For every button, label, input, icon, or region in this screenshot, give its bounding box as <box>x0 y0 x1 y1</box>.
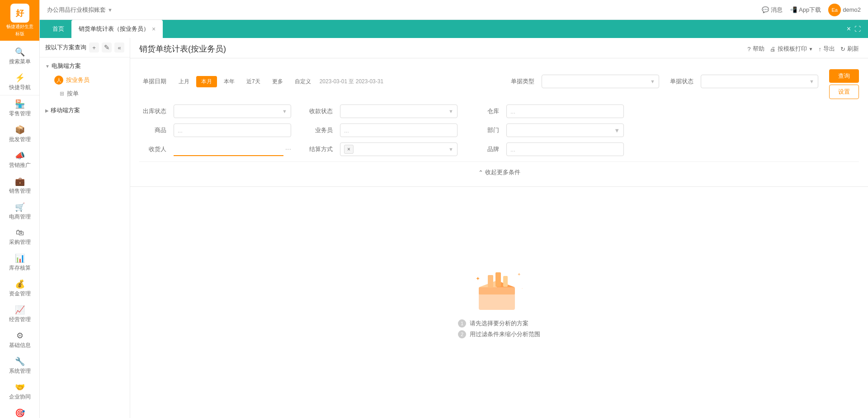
salesperson-select[interactable]: ... <box>340 124 458 137</box>
hint-number-2: 2 <box>458 330 466 338</box>
pc-scheme-group: ▼ 电脑端方案 人 按业务员 ⊞ 按单 <box>40 57 130 102</box>
refresh-button[interactable]: ↻ 刷新 <box>840 45 859 53</box>
empty-state: ✦ ✦ · 1 请先选择要分析的方案 2 用过滤条件来缩小分析范围 <box>458 267 540 338</box>
empty-hint-2: 2 用过滤条件来缩小分析范围 <box>458 330 540 338</box>
collapse-row: ⌃ 收起更多条件 <box>139 162 859 181</box>
page-header: 销货单统计表(按业务员) ? 帮助 🖨 按模板打印 ▼ ↑ 导出 <box>130 38 868 58</box>
scheme-sub-item-order-label: 按单 <box>67 90 79 98</box>
this-year-btn[interactable]: 本年 <box>219 76 240 87</box>
sidebar-item-enterprise[interactable]: 🤝 企业协同 <box>0 379 39 404</box>
help-button[interactable]: ? 帮助 <box>747 45 764 53</box>
sidebar-item-finance[interactable]: 💰 资金管理 <box>0 276 39 301</box>
tab-close-window[interactable]: × <box>847 25 851 33</box>
sidebar-item-purchase-label: 采购管理 <box>9 238 31 246</box>
help-label: 帮助 <box>753 45 764 53</box>
doc-type-select[interactable]: ▼ <box>542 75 659 88</box>
tab-bar: 首页 销货单统计表（按业务员） × × ⛶ <box>40 20 868 38</box>
template-print-button[interactable]: 🖨 按模板打印 ▼ <box>770 45 813 53</box>
account-selector[interactable]: 办公用品行业模拟账套 ▼ <box>47 6 113 14</box>
messages-button[interactable]: 💬 消息 <box>762 6 783 14</box>
sidebar-item-ecom[interactable]: 🛒 电商管理 <box>0 199 39 224</box>
department-select[interactable]: ▼ <box>506 124 624 137</box>
sidebar-item-quicknav[interactable]: ⚡ 快捷导航 <box>0 69 39 95</box>
doc-status-select[interactable]: ▼ <box>701 75 818 88</box>
sidebar-item-search[interactable]: 🔍 搜索菜单 <box>0 43 39 69</box>
print-icon: 🖨 <box>770 46 776 52</box>
empty-hint-1: 1 请先选择要分析的方案 <box>458 319 540 328</box>
last-month-btn[interactable]: 上月 <box>174 76 194 87</box>
this-month-label: 本月 <box>201 78 212 85</box>
sidebar-item-newbie[interactable]: 🎯 新手引导 <box>0 404 39 418</box>
sidebar-item-purchase[interactable]: 🛍 采购管理 <box>0 224 39 250</box>
last-7-days-btn[interactable]: 近7天 <box>241 76 265 87</box>
svg-text:✦: ✦ <box>517 272 521 277</box>
logo-text: 畅捷通好生意 <box>6 24 33 30</box>
left-panel-icons: + ✎ « <box>89 43 124 52</box>
settings-button[interactable]: 设置 <box>829 85 859 99</box>
consignee-dots[interactable]: ··· <box>285 145 291 153</box>
last-7-days-label: 近7天 <box>246 78 260 85</box>
enterprise-icon: 🤝 <box>15 382 25 392</box>
sidebar-item-system[interactable]: 🔧 系统管理 <box>0 353 39 379</box>
collapse-panel-button[interactable]: « <box>114 43 124 52</box>
header-left: 办公用品行业模拟账套 ▼ <box>47 6 113 14</box>
sidebar-item-marketing[interactable]: 📣 营销推广 <box>0 147 39 173</box>
out-status-label: 出库状态 <box>139 107 166 115</box>
sidebar-navigation: 🔍 搜索菜单 ⚡ 快捷导航 🏪 零售管理 📦 批发管理 📣 营销推广 💼 销售管… <box>0 41 39 418</box>
add-scheme-button[interactable]: + <box>89 43 99 52</box>
sidebar-item-operations[interactable]: 📈 经营管理 <box>0 301 39 327</box>
sidebar-item-inventory[interactable]: 📊 库存核算 <box>0 250 39 276</box>
collapse-label: 收起更多条件 <box>485 168 520 176</box>
this-month-btn[interactable]: 本月 <box>196 76 217 87</box>
consignee-input[interactable] <box>174 142 283 156</box>
doc-status-arrow: ▼ <box>809 79 814 84</box>
query-button[interactable]: 查询 <box>829 69 859 83</box>
avatar-initials: Ea <box>832 7 838 13</box>
add-icon: + <box>92 44 96 51</box>
out-status-select[interactable]: ▼ <box>174 104 291 118</box>
sidebar-item-wholesale[interactable]: 📦 批发管理 <box>0 121 39 147</box>
custom-label: 自定义 <box>295 78 311 85</box>
tab-home[interactable]: 首页 <box>45 20 71 38</box>
right-panel: 销货单统计表(按业务员) ? 帮助 🖨 按模板打印 ▼ ↑ 导出 <box>130 38 868 418</box>
salesperson-dots: ... <box>344 127 349 134</box>
scheme-item-by-salesperson[interactable]: 人 按业务员 <box>40 73 130 87</box>
export-button[interactable]: ↑ 导出 <box>819 45 835 53</box>
hint-text-1: 请先选择要分析的方案 <box>470 319 528 328</box>
more-label: 更多 <box>272 78 283 85</box>
this-year-label: 本年 <box>224 78 235 85</box>
sidebar-item-marketing-label: 营销推广 <box>9 162 31 169</box>
edit-scheme-button[interactable]: ✎ <box>102 43 112 52</box>
warehouse-dots: ... <box>510 108 515 115</box>
sidebar-item-finance-label: 资金管理 <box>9 290 31 298</box>
svg-rect-6 <box>503 276 508 287</box>
scheme-item-salesperson-label: 按业务员 <box>66 76 90 84</box>
basic-icon: ⚙ <box>16 331 24 341</box>
edit-icon: ✎ <box>104 43 110 52</box>
warehouse-select[interactable]: ... <box>506 104 624 118</box>
app-download-button[interactable]: 📲 App下载 <box>790 6 821 14</box>
sidebar-item-sales[interactable]: 💼 销售管理 <box>0 173 39 199</box>
settlement-select[interactable]: × ▼ <box>340 142 458 156</box>
user-profile[interactable]: Ea demo2 <box>828 4 861 16</box>
tab-close-icon[interactable]: × <box>152 25 156 33</box>
sidebar-item-basic[interactable]: ⚙ 基础信息 <box>0 327 39 353</box>
custom-btn[interactable]: 自定义 <box>290 76 316 87</box>
goods-select[interactable]: ... <box>174 124 291 137</box>
collapse-button[interactable]: ⌃ 收起更多条件 <box>473 166 526 178</box>
tab-maximize[interactable]: ⛶ <box>854 25 861 33</box>
tab-sales-stats[interactable]: 销货单统计表（按业务员） × <box>71 20 163 38</box>
settlement-tag-close[interactable]: × <box>347 146 350 152</box>
last-month-label: 上月 <box>179 78 189 85</box>
finance-icon: 💰 <box>15 279 25 289</box>
date-filter-value: 上月 本月 本年 近7天 更多 <box>174 76 500 87</box>
mobile-scheme-header[interactable]: ▶ 移动端方案 <box>40 104 130 117</box>
scheme-sub-item-by-order[interactable]: ⊞ 按单 <box>40 87 130 100</box>
sidebar-item-quicknav-label: 快捷导航 <box>9 84 31 91</box>
receive-status-select[interactable]: ▼ <box>340 104 458 118</box>
pc-scheme-header[interactable]: ▼ 电脑端方案 <box>40 59 130 73</box>
page-title: 销货单统计表(按业务员) <box>139 43 226 54</box>
brand-select[interactable]: ... <box>506 142 624 156</box>
sidebar-item-retail[interactable]: 🏪 零售管理 <box>0 95 39 121</box>
more-btn[interactable]: 更多 <box>267 76 288 87</box>
